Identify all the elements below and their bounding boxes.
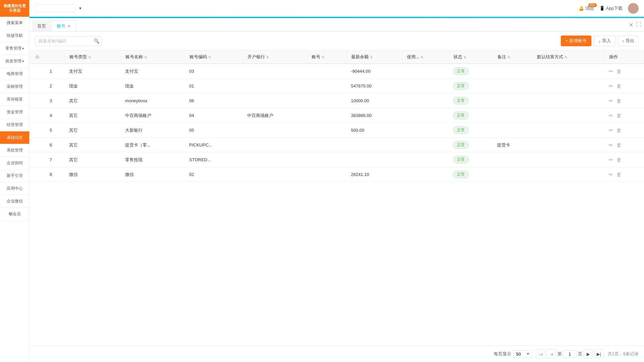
toolbar: 🔍 + 新增账号 ↓ 导入 ↑ 导出 xyxy=(30,32,644,51)
edit-icon[interactable]: ✏ xyxy=(609,98,613,104)
sidebar-item-purchase-manage[interactable]: 采购管理 xyxy=(0,80,29,93)
col-account-type[interactable]: 账号类型⇅ xyxy=(65,51,121,64)
cell-default-settlement xyxy=(533,153,605,167)
status-badge: 正常 xyxy=(453,126,469,134)
col-gear[interactable]: ⚙ xyxy=(30,51,46,64)
sidebar-item-retail-manage[interactable]: 零售管理 ▾ xyxy=(0,42,29,55)
edit-icon[interactable]: ✏ xyxy=(609,172,613,178)
cell-bank xyxy=(243,123,307,138)
phone-icon: 📱 xyxy=(599,6,605,11)
col-latest-balance[interactable]: 最新余额⇅ xyxy=(347,51,403,64)
export-button[interactable]: ↑ 导出 xyxy=(618,36,639,46)
sort-account-number-icon: ⇅ xyxy=(322,55,324,59)
user-avatar[interactable] xyxy=(628,3,639,14)
sidebar-item-basic-info[interactable]: 基础信息 xyxy=(0,131,29,144)
delete-icon[interactable]: 🗑 xyxy=(616,172,622,177)
cell-account-type: 其它 xyxy=(65,94,121,108)
delete-icon[interactable]: 🗑 xyxy=(616,113,622,118)
cell-gear xyxy=(30,64,46,79)
page-prev-button[interactable]: ◀ xyxy=(547,349,556,359)
cell-latest-balance: 383866.00 xyxy=(347,108,403,123)
edit-icon[interactable]: ✏ xyxy=(609,113,613,119)
cell-gear xyxy=(30,138,46,153)
search-wrap: 🔍 xyxy=(35,36,102,46)
col-account-code[interactable]: 账号编码⇅ xyxy=(185,51,243,64)
tab-account-close-icon[interactable]: ✕ xyxy=(67,24,71,28)
sidebar-item-vip-member[interactable]: 畅会员 xyxy=(0,208,29,221)
import-button[interactable]: ↓ 导入 xyxy=(594,36,615,46)
cell-account-code: 04 xyxy=(185,108,243,123)
edit-icon[interactable]: ✏ xyxy=(609,127,613,133)
sidebar-item-system-manage[interactable]: 系统管理 xyxy=(0,144,29,157)
status-badge: 正常 xyxy=(453,97,469,105)
edit-icon[interactable]: ✏ xyxy=(609,157,613,163)
cell-gear xyxy=(30,94,46,108)
app-download-button[interactable]: 📱 App下载 xyxy=(599,5,623,11)
col-account-name[interactable]: 账号名称⇅ xyxy=(121,51,185,64)
cell-bank xyxy=(243,64,307,79)
cell-latest-balance xyxy=(347,138,403,153)
edit-icon[interactable]: ✏ xyxy=(609,68,613,74)
table-body: 1 支付宝 支付宝 03 -90444.00 正常 ✏ 🗑 2 现金 现金 01 xyxy=(30,64,644,182)
notification-button[interactable]: 🔔 消息 99+ xyxy=(579,5,594,11)
sidebar-item-app-center[interactable]: 应用中心 xyxy=(0,182,29,195)
cell-default-settlement xyxy=(533,79,605,94)
delete-icon[interactable]: 🗑 xyxy=(616,83,622,89)
table-header-row: ⚙ 账号类型⇅ 账号名称⇅ 账号编码⇅ 开户银行⇅ 账号⇅ 最新余额⇅ 使用..… xyxy=(30,51,644,64)
top-search-input[interactable] xyxy=(35,4,75,12)
cell-account-name: 零售抵现 xyxy=(121,153,185,167)
tab-account-label: 账号 xyxy=(57,23,65,29)
delete-icon[interactable]: 🗑 xyxy=(616,127,622,133)
edit-icon[interactable]: ✏ xyxy=(609,142,613,148)
cell-index: 5 xyxy=(46,123,65,138)
col-status[interactable]: 状态⇅ xyxy=(449,51,493,64)
action-icons-wrap: ✏ 🗑 xyxy=(609,157,640,163)
page-label: 第 xyxy=(557,351,562,357)
cell-account-number xyxy=(307,108,347,123)
page-next-button[interactable]: ▶ xyxy=(584,349,593,359)
table-row: 5 其它 大新银行 05 500.00 正常 ✏ 🗑 xyxy=(30,123,644,138)
sidebar-item-beginner-guide[interactable]: 新手引导 xyxy=(0,170,29,182)
search-icon[interactable]: 🔍 xyxy=(94,38,99,44)
status-badge: 正常 xyxy=(453,67,469,75)
account-table-wrap: ⚙ 账号类型⇅ 账号名称⇅ 账号编码⇅ 开户银行⇅ 账号⇅ 最新余额⇅ 使用..… xyxy=(30,51,644,346)
tab-home[interactable]: 首页 xyxy=(32,20,51,31)
cell-account-type: 现金 xyxy=(65,79,121,94)
sidebar-item-inventory-calc[interactable]: 库存核算 xyxy=(0,93,29,106)
delete-icon[interactable]: 🗑 xyxy=(616,157,622,163)
status-badge: 正常 xyxy=(453,171,469,178)
add-account-button[interactable]: + 新增账号 xyxy=(561,36,591,46)
per-page-select[interactable]: 50 100 xyxy=(513,350,532,358)
sidebar-item-enterprise-wechat[interactable]: 企业微信 xyxy=(0,195,29,208)
sidebar-item-operations-manage[interactable]: 经营管理 xyxy=(0,119,29,131)
cell-account-number xyxy=(307,138,347,153)
cell-usage xyxy=(403,79,449,94)
col-remark[interactable]: 备注⇅ xyxy=(493,51,533,64)
sidebar-item-enterprise-agreement[interactable]: 企业协同 xyxy=(0,157,29,170)
col-default-settlement[interactable]: 默认结算方式⇅ xyxy=(533,51,605,64)
page-first-button[interactable]: |◀ xyxy=(536,349,545,359)
main-area: ▾ 🔔 消息 99+ 📱 App下载 首页 账号 ✕ ✕ xyxy=(30,0,644,362)
account-search-input[interactable] xyxy=(35,36,102,46)
col-usage[interactable]: 使用...⇅ xyxy=(403,51,449,64)
page-last-button[interactable]: ▶| xyxy=(594,349,604,359)
tab-account[interactable]: 账号 ✕ xyxy=(52,20,76,31)
delete-icon[interactable]: 🗑 xyxy=(616,68,622,74)
sidebar-item-ecommerce-manage[interactable]: 电商管理 xyxy=(0,68,29,80)
sidebar-item-quick-nav[interactable]: 快捷导航 xyxy=(0,29,29,42)
header-dropdown[interactable]: ▾ xyxy=(79,6,82,11)
tab-close-action-icon[interactable]: ✕ xyxy=(629,21,633,28)
cell-index: 2 xyxy=(46,79,65,94)
delete-icon[interactable]: 🗑 xyxy=(616,142,622,148)
delete-icon[interactable]: 🗑 xyxy=(616,98,622,104)
tab-maximize-action-icon[interactable]: ⛶ xyxy=(636,21,641,28)
page-number-input[interactable] xyxy=(563,350,577,358)
sidebar-item-capital-manage[interactable]: 资金管理 xyxy=(0,106,29,119)
cell-usage xyxy=(403,153,449,167)
cell-account-name: 提货卡（零... xyxy=(121,138,185,153)
sidebar-item-wholesale-manage[interactable]: 批发管理 ▾ xyxy=(0,55,29,68)
col-bank[interactable]: 开户银行⇅ xyxy=(243,51,307,64)
col-account-number[interactable]: 账号⇅ xyxy=(307,51,347,64)
edit-icon[interactable]: ✏ xyxy=(609,83,613,89)
sidebar-item-search-menu[interactable]: 搜索菜单 xyxy=(0,17,29,29)
